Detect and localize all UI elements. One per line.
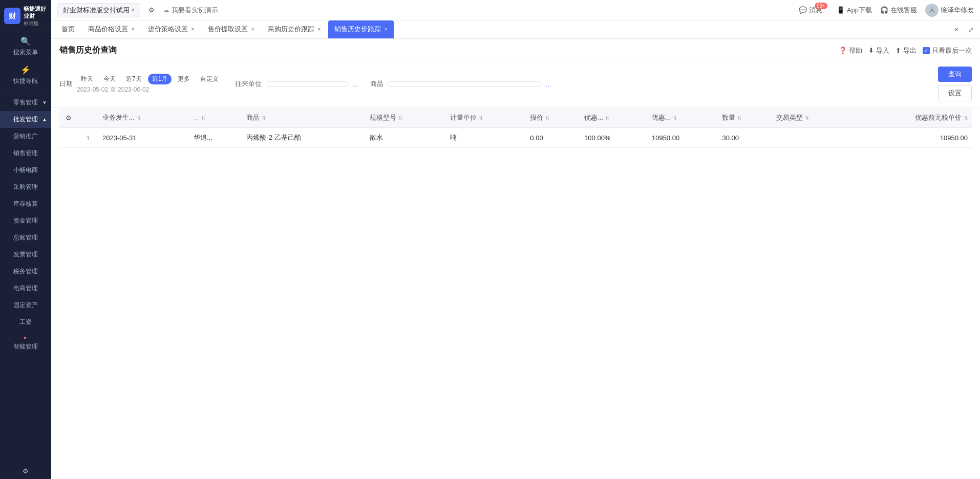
source-unit-input[interactable] — [266, 81, 348, 86]
col-quantity[interactable]: 数量 ⇅ — [718, 108, 772, 128]
sidebar-item-sales[interactable]: 销售管理 — [0, 145, 51, 162]
sort-icon: ⇅ — [545, 115, 549, 121]
dropdown-arrow-icon: ▾ — [132, 7, 135, 13]
col-price[interactable]: 报价 ⇅ — [526, 108, 580, 128]
date-range-display: 2023-05-02 至 2023-06-02 — [77, 85, 223, 94]
sidebar-item-ecommerce[interactable]: 电商管理 — [0, 280, 51, 297]
close-icon[interactable]: × — [251, 26, 254, 33]
topbar-gear-button[interactable]: ⚙ — [144, 3, 159, 17]
source-unit-ellipsis[interactable]: ... — [352, 80, 358, 88]
expand-window-button[interactable]: ⤢ — [966, 25, 976, 35]
sidebar-item-tax[interactable]: 税务管理 — [0, 263, 51, 280]
tab-purchase-strategy[interactable]: 进价策略设置 × — [142, 20, 201, 38]
sidebar-item-invoice[interactable]: 发票管理 — [0, 246, 51, 263]
sidebar-item-smart[interactable]: ●智能管理 — [0, 331, 51, 355]
sidebar-item-ecommerce-small[interactable]: 小畅电商 — [0, 162, 51, 179]
sidebar-item-retail[interactable]: 零售管理 ▼ — [0, 94, 51, 111]
sidebar-item-assets[interactable]: 固定资产 — [0, 297, 51, 314]
close-icon[interactable]: × — [131, 26, 135, 33]
sidebar-item-assets-label: 固定资产 — [13, 301, 38, 310]
sidebar-item-sales-label: 销售管理 — [13, 149, 38, 158]
tab-product-price[interactable]: 商品价格设置 × — [82, 20, 141, 38]
page-title: 销售历史价查询 — [59, 45, 117, 56]
close-window-button[interactable]: × — [951, 25, 962, 35]
row-product: 丙烯酸-2-乙基己酯 — [242, 128, 366, 148]
close-icon[interactable]: × — [384, 26, 388, 33]
settings-button[interactable]: 设置 — [938, 85, 972, 101]
app-download-icon: 📱 — [837, 6, 845, 14]
sidebar-item-payroll[interactable]: 工资 — [0, 314, 51, 331]
col-trade-type[interactable]: 交易类型 ⇅ — [772, 108, 853, 128]
tab-purchase-history[interactable]: 采购历史价跟踪 × — [262, 20, 327, 38]
sidebar-item-marketing[interactable]: 营销推广 — [0, 128, 51, 145]
query-button[interactable]: 查询 — [938, 67, 972, 82]
close-icon[interactable]: × — [317, 26, 321, 33]
date-option-list: 昨天 今天 近7天 近1月 更多 自定义 — [77, 74, 223, 84]
tab-sale-history-label: 销售历史价跟踪 — [334, 25, 381, 34]
date-option-last1month[interactable]: 近1月 — [148, 74, 172, 84]
date-options: 昨天 今天 近7天 近1月 更多 自定义 2023-05-02 至 2023-0… — [77, 74, 223, 94]
message-button[interactable]: 💬 消息 99+ — [799, 6, 822, 15]
close-icon[interactable]: × — [191, 26, 195, 33]
col-pretax-price[interactable]: 优惠前无税单价 ⇅ — [853, 108, 972, 128]
col-spec[interactable]: 规格型号 ⇅ — [366, 108, 446, 128]
date-option-last7[interactable]: 近7天 — [122, 74, 146, 84]
tab-sale-extract[interactable]: 售价提取设置 × — [202, 20, 261, 38]
col-more-label: ... — [194, 114, 199, 122]
topbar-right: 💬 消息 99+ 📱 App下载 🎧 在线客服 人 徐泽华修改 — [799, 4, 974, 17]
table-gear-icon[interactable]: ⚙ — [66, 114, 72, 122]
import-button[interactable]: ⬇ 导入 — [868, 46, 889, 55]
sidebar-item-search[interactable]: 🔍 搜索菜单 — [0, 32, 51, 61]
sidebar-settings-btn[interactable]: ⚙ — [0, 463, 51, 479]
product-label: 商品 — [370, 79, 384, 89]
user-name: 徐泽华修改 — [941, 6, 974, 15]
import-icon: ⬇ — [868, 47, 874, 54]
product-ellipsis[interactable]: ... — [545, 80, 551, 88]
col-discount2[interactable]: 优惠... ⇅ — [648, 108, 718, 128]
online-service-label: 在线客服 — [890, 6, 917, 15]
help-button[interactable]: ❓ 帮助 — [839, 46, 862, 55]
app-download-button[interactable]: 📱 App下载 — [837, 6, 872, 15]
col-product[interactable]: 商品 ⇅ — [242, 108, 366, 128]
row-trade-type — [772, 128, 853, 148]
version-selector[interactable]: 好业财标准版交付试用 ▾ — [57, 3, 140, 17]
user-menu[interactable]: 人 徐泽华修改 — [925, 4, 974, 17]
tab-purchase-strategy-label: 进价策略设置 — [148, 25, 188, 34]
date-option-custom[interactable]: 自定义 — [196, 74, 223, 84]
sidebar-item-purchase[interactable]: 采购管理 — [0, 179, 51, 195]
date-option-yesterday[interactable]: 昨天 — [77, 74, 97, 84]
date-filter-group: 日期 昨天 今天 近7天 近1月 更多 自定义 2023-05-02 至 202… — [59, 74, 223, 94]
sidebar-item-finance[interactable]: 资金管理 — [0, 212, 51, 229]
window-controls: × ⤢ — [951, 20, 976, 38]
tab-home[interactable]: 首页 — [55, 20, 81, 38]
product-input[interactable] — [388, 81, 541, 86]
col-more[interactable]: ... ⇅ — [189, 108, 242, 128]
version-label: 好业财标准版交付试用 — [63, 6, 130, 15]
demo-button[interactable]: ☁ 我要看实例演示 — [163, 6, 218, 15]
demo-icon: ☁ — [163, 6, 169, 14]
tab-sale-history[interactable]: 销售历史价跟踪 × — [328, 20, 394, 38]
export-button[interactable]: ⬆ 导出 — [896, 46, 917, 55]
col-biz-date[interactable]: 业务发生... ⇅ — [98, 108, 189, 128]
col-pretax-price-label: 优惠前无税单价 — [915, 113, 962, 122]
sidebar-item-inventory[interactable]: 库存核算 — [0, 195, 51, 212]
date-option-more[interactable]: 更多 — [174, 74, 194, 84]
col-discount1-label: 优惠... — [584, 113, 603, 122]
date-option-today[interactable]: 今天 — [99, 74, 120, 84]
source-unit-label: 往来单位 — [235, 79, 262, 89]
col-num — [78, 108, 98, 128]
main-content: 好业财标准版交付试用 ▾ ⚙ ☁ 我要看实例演示 💬 消息 99+ 📱 App下… — [51, 0, 980, 479]
online-service-button[interactable]: 🎧 在线客服 — [880, 6, 917, 15]
sidebar-item-ledger[interactable]: 总账管理 — [0, 229, 51, 246]
col-discount2-label: 优惠... — [652, 113, 671, 122]
col-discount1[interactable]: 优惠... ⇅ — [580, 108, 648, 128]
row-unit: 吨 — [446, 128, 526, 148]
only-last-checkbox[interactable]: ✓ 只看最后一次 — [923, 46, 972, 55]
table-header-row: ⚙ 业务发生... ⇅ ... ⇅ — [59, 108, 972, 128]
logo-text: 畅捷通好业财 标准版 — [24, 5, 47, 27]
row-discount2: 10950.00 — [648, 128, 718, 148]
col-unit[interactable]: 计量单位 ⇅ — [446, 108, 526, 128]
tabs-bar: 首页 商品价格设置 × 进价策略设置 × 售价提取设置 × 采购历史价跟踪 × … — [51, 20, 980, 39]
sidebar-item-quicknav[interactable]: ⚡ 快捷导航 — [0, 61, 51, 90]
sidebar-item-wholesale[interactable]: 批发管理 ▲ — [0, 111, 51, 128]
